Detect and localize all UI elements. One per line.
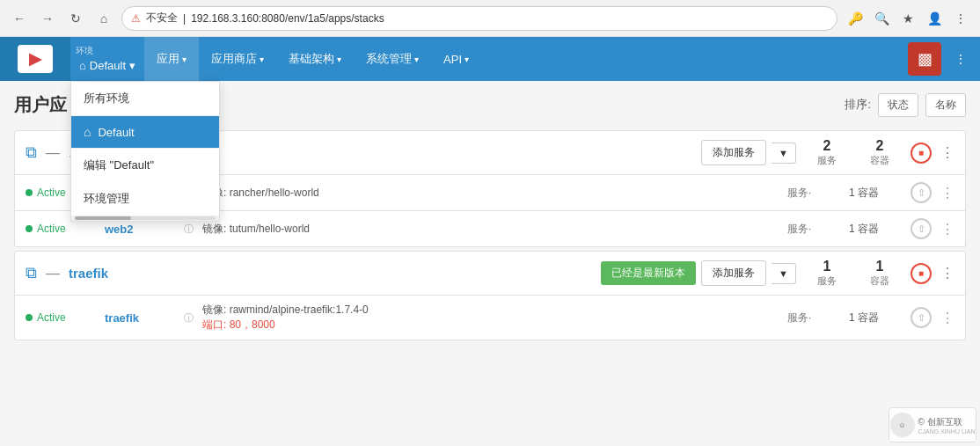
stack-2-containers-label: 容器 bbox=[858, 274, 902, 288]
menu-icon[interactable]: ⋮ bbox=[950, 8, 971, 29]
stack-1-more-icon[interactable]: ⋮ bbox=[940, 144, 954, 161]
stack-2-dropdown-button[interactable]: ▼ bbox=[772, 263, 796, 284]
traefik-type: 服务· bbox=[787, 311, 840, 325]
stack-2-add-service-button[interactable]: 添加服务 bbox=[701, 260, 766, 286]
user-avatar[interactable]: ▩ bbox=[908, 42, 941, 76]
page-title: 用户应 bbox=[14, 93, 67, 117]
nav-api-arrow: ▾ bbox=[464, 55, 469, 64]
stack-2-layers-icon: ⧉ bbox=[26, 264, 37, 282]
sort-name-button[interactable]: 名称 bbox=[925, 93, 966, 117]
web2-info-icon[interactable]: ⓘ bbox=[184, 223, 194, 236]
traefik-status-text: Active bbox=[37, 311, 66, 324]
traefik-up-button[interactable]: ⇧ bbox=[911, 307, 932, 328]
separator: | bbox=[183, 12, 186, 25]
dropdown-env-mgmt[interactable]: 环境管理 bbox=[71, 182, 219, 216]
browser-bar: ← → ↻ ⌂ ⚠ 不安全 | 192.168.3.160:8080/env/1… bbox=[0, 0, 980, 37]
service-traefik-row: Active traefik ⓘ 镜像: rawmind/alpine-trae… bbox=[14, 296, 966, 340]
traefik-containers: 1 容器 bbox=[849, 311, 902, 325]
stack-2-name[interactable]: traefik bbox=[69, 266, 592, 281]
nav-apps-arrow: ▾ bbox=[182, 55, 186, 64]
web2-type: 服务· bbox=[787, 222, 840, 237]
sort-area: 排序: 状态 名称 bbox=[845, 93, 966, 117]
header-menu-btn[interactable]: ⋮ bbox=[950, 48, 971, 69]
stack-2-stop-icon[interactable]: ■ bbox=[911, 263, 932, 284]
traefik-status-dot bbox=[26, 314, 33, 321]
nav-api[interactable]: API ▾ bbox=[431, 37, 481, 81]
nav-apps[interactable]: 应用 ▾ bbox=[144, 37, 199, 81]
home-button[interactable]: ⌂ bbox=[93, 8, 114, 29]
forward-button[interactable]: → bbox=[37, 8, 58, 29]
stack-1-stat-containers: 2 容器 bbox=[858, 138, 902, 167]
watermark-text: © 创新互联 bbox=[918, 416, 976, 428]
web1-status-dot bbox=[26, 189, 33, 196]
env-arrow-icon: ▾ bbox=[129, 59, 135, 72]
stack-2-more-icon[interactable]: ⋮ bbox=[940, 265, 954, 281]
stack-2-up-to-date-button[interactable]: 已经是最新版本 bbox=[601, 261, 696, 285]
sort-status-button[interactable]: 状态 bbox=[878, 93, 918, 117]
stack-1-dropdown-button[interactable]: ▼ bbox=[772, 143, 796, 164]
env-name: Default bbox=[90, 59, 126, 72]
web1-status-text: Active bbox=[37, 186, 66, 199]
dropdown-scrollbar bbox=[71, 216, 219, 221]
web2-up-button[interactable]: ⇧ bbox=[911, 218, 932, 239]
web2-status-text: Active bbox=[37, 223, 66, 235]
web1-containers: 1 容器 bbox=[849, 186, 902, 201]
key-icon[interactable]: 🔑 bbox=[845, 8, 866, 29]
env-dropdown-button[interactable]: ⌂ Default ▾ bbox=[76, 57, 139, 74]
stack-2-containers-count: 1 bbox=[858, 259, 902, 274]
dropdown-all-envs[interactable]: 所有环境 bbox=[71, 82, 219, 115]
scrollbar-thumb[interactable] bbox=[75, 216, 131, 220]
dropdown-default-env[interactable]: ⌂ Default bbox=[71, 116, 219, 148]
web2-status-badge: Active bbox=[26, 223, 96, 235]
url-text: 192.168.3.160:8080/env/1a5/apps/stacks bbox=[191, 12, 384, 25]
account-icon[interactable]: 👤 bbox=[924, 8, 945, 29]
web1-image: 镜像: rancher/hello-world bbox=[202, 186, 779, 201]
reload-button[interactable]: ↻ bbox=[65, 8, 86, 29]
stack-1-services-count: 2 bbox=[805, 138, 849, 154]
stack-2-services-label: 服务 bbox=[805, 274, 849, 288]
dropdown-home-icon: ⌂ bbox=[84, 125, 91, 139]
traefik-status-badge: Active bbox=[26, 311, 96, 324]
web2-containers: 1 容器 bbox=[849, 222, 902, 237]
web2-image: 镜像: tutum/hello-world bbox=[202, 222, 779, 237]
scrollbar-track bbox=[75, 216, 216, 220]
nav-sysadmin-label: 系统管理 bbox=[366, 51, 412, 67]
nav-apps-label: 应用 bbox=[157, 51, 179, 67]
nav-infra-label: 基础架构 bbox=[289, 51, 334, 67]
stack-1-containers-label: 容器 bbox=[858, 154, 902, 167]
app-logo: ▶ bbox=[18, 45, 53, 73]
sort-label: 排序: bbox=[845, 97, 871, 113]
env-dropdown-menu: 所有环境 ⌂ Default 编辑 "Default" 环境管理 bbox=[70, 81, 220, 222]
env-mgmt-label: 环境管理 bbox=[84, 191, 129, 207]
nav-sysadmin[interactable]: 系统管理 ▾ bbox=[354, 37, 431, 81]
stack-1-containers-count: 2 bbox=[858, 138, 902, 154]
header-right: ▩ ⋮ bbox=[908, 42, 980, 76]
dropdown-edit-default[interactable]: 编辑 "Default" bbox=[71, 149, 219, 182]
back-button[interactable]: ← bbox=[9, 8, 30, 29]
web2-name[interactable]: web2 bbox=[105, 223, 175, 236]
stack-2-stat-containers: 1 容器 bbox=[858, 259, 902, 288]
security-warning-icon: ⚠ bbox=[131, 12, 141, 25]
bookmark-icon[interactable]: ★ bbox=[897, 8, 918, 29]
traefik-more-icon[interactable]: ⋮ bbox=[940, 310, 954, 326]
traefik-name[interactable]: traefik bbox=[105, 311, 175, 325]
stack-1-add-service-button[interactable]: 添加服务 bbox=[701, 140, 766, 165]
stack-2-actions: 已经是最新版本 添加服务 ▼ bbox=[601, 260, 796, 286]
web2-more-icon[interactable]: ⋮ bbox=[940, 221, 954, 238]
nav-store[interactable]: 应用商店 ▾ bbox=[199, 37, 276, 81]
search-icon[interactable]: 🔍 bbox=[871, 8, 892, 29]
web1-up-button[interactable]: ⇧ bbox=[911, 182, 932, 203]
stack-1-stop-icon[interactable]: ■ bbox=[911, 143, 932, 164]
stack-2-dash: — bbox=[46, 266, 60, 281]
env-label: 环境 bbox=[76, 45, 139, 57]
nav-infra[interactable]: 基础架构 ▾ bbox=[276, 37, 354, 81]
web1-more-icon[interactable]: ⋮ bbox=[940, 185, 954, 201]
nav-sysadmin-arrow: ▾ bbox=[414, 55, 419, 64]
stack-2-header: ⧉ — traefik 已经是最新版本 添加服务 ▼ 1 服务 1 容器 ■ ⋮ bbox=[14, 251, 966, 296]
nav-store-label: 应用商店 bbox=[211, 51, 257, 67]
traefik-info-icon[interactable]: ⓘ bbox=[184, 311, 194, 325]
stack-layers-icon: ⧉ bbox=[26, 143, 37, 162]
address-bar[interactable]: ⚠ 不安全 | 192.168.3.160:8080/env/1a5/apps/… bbox=[121, 6, 837, 31]
security-text: 不安全 bbox=[146, 11, 178, 26]
stack-1-actions: 添加服务 ▼ bbox=[701, 140, 796, 165]
